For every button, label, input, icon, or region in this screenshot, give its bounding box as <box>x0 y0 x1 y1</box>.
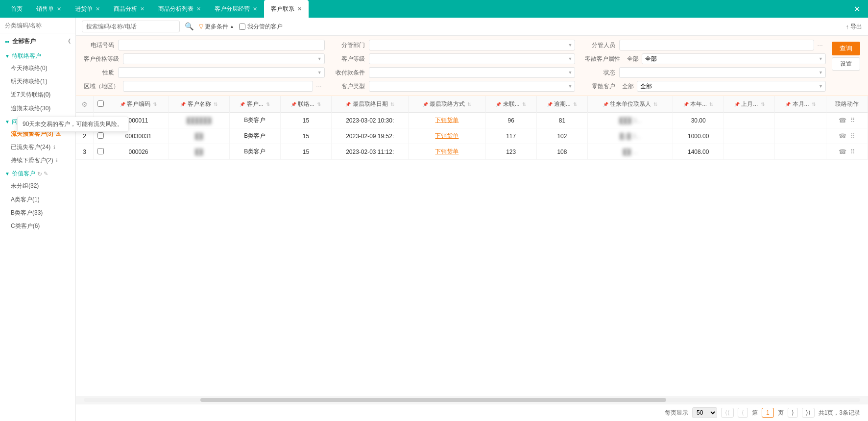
action-contact-icon-2[interactable]: ☎ <box>839 148 846 155</box>
tab-sales[interactable]: 销售单 ✕ <box>29 0 68 18</box>
customer-grade-select[interactable] <box>369 53 576 64</box>
tab-customer-contact-close[interactable]: ✕ <box>297 6 302 12</box>
horizontal-scrollbar-track[interactable] <box>84 398 860 402</box>
row-check-2[interactable] <box>97 148 104 154</box>
sidebar-item-tomorrow[interactable]: 明天待联络(1) <box>0 75 75 88</box>
tab-purchase-close[interactable]: ✕ <box>96 6 100 12</box>
edit-icon[interactable]: ✎ <box>44 171 48 177</box>
dept-select[interactable] <box>369 40 576 50</box>
sort-icon-name[interactable]: ⇅ <box>214 101 217 107</box>
sidebar-item-today[interactable]: 今天待联络(0) <box>0 62 75 75</box>
sidebar-item-c-class[interactable]: C类客户(6) <box>0 220 75 233</box>
sidebar-item-declining[interactable]: 持续下滑客户(2) ℹ <box>0 154 75 167</box>
column-customer-type: 📌 客户... ⇅ <box>229 96 280 113</box>
column-last-contact-method: 📌 最后联络方式 ⇅ <box>409 96 485 113</box>
method-link-1[interactable]: 下销货单 <box>435 132 458 139</box>
export-button[interactable]: ↑ 导出 <box>846 23 863 31</box>
price-grade-select[interactable] <box>123 53 325 64</box>
sort-icon-contact[interactable]: ⇅ <box>317 101 321 107</box>
payment-select[interactable] <box>369 67 576 78</box>
select-all-checkbox[interactable] <box>97 100 104 107</box>
action-more-icon-2[interactable]: ⠿ <box>850 148 855 155</box>
filter-row-3: 性质 收付款条件 状态 <box>84 67 826 78</box>
sort-icon-date[interactable]: ⇅ <box>390 101 394 107</box>
tab-analysis-list[interactable]: 商品分析列表 ✕ <box>151 0 208 18</box>
nature-select-wrap <box>118 67 325 78</box>
sort-icon-code[interactable]: ⇅ <box>153 101 157 107</box>
tab-customer-layer-close[interactable]: ✕ <box>253 6 257 12</box>
tab-purchase[interactable]: 进货单 ✕ <box>68 0 107 18</box>
action-more-icon-0[interactable]: ⠿ <box>850 117 855 124</box>
sort-icon-year[interactable]: ⇅ <box>709 101 713 107</box>
my-customers-checkbox[interactable] <box>239 24 245 30</box>
sort-icon-method[interactable]: ⇅ <box>467 101 471 107</box>
pin-icon-name: 📌 <box>180 102 186 107</box>
filter-settings-button[interactable]: 设置 <box>832 57 860 71</box>
sort-icon-unit[interactable]: ⇅ <box>653 101 657 107</box>
retail-customer-select[interactable]: 全部 <box>637 81 826 92</box>
sidebar-item-churned[interactable]: 已流失客户(24) ℹ <box>0 141 75 154</box>
retail-customer-value: 全部 <box>619 82 637 91</box>
last-page-button[interactable]: ⟩⟩ <box>802 408 815 418</box>
action-contact-icon-1[interactable]: ☎ <box>839 132 846 140</box>
more-conditions-button[interactable]: ▽ 更多条件 ▲ <box>199 23 234 31</box>
sidebar-group-waiting[interactable]: ▼ 待联络客户 <box>0 50 75 62</box>
row-method-0[interactable]: 下销货单 <box>409 113 485 128</box>
horizontal-scrollbar-thumb[interactable] <box>200 398 666 402</box>
refresh-icon[interactable]: ↻ <box>37 171 42 177</box>
row-method-1[interactable]: 下销货单 <box>409 128 485 144</box>
tab-analysis-close[interactable]: ✕ <box>140 6 145 12</box>
sort-icon-type[interactable]: ⇅ <box>266 101 270 107</box>
pin-icon-lastmonth: 📌 <box>734 102 740 107</box>
row-actions-0: ☎ ⠿ <box>826 113 868 128</box>
status-select[interactable] <box>619 67 826 78</box>
column-settings[interactable]: ⚙ <box>76 96 94 113</box>
tab-home[interactable]: 首页 <box>4 0 29 18</box>
phone-input[interactable] <box>118 40 325 50</box>
row-check-1[interactable] <box>97 132 104 139</box>
row-checkbox-2[interactable] <box>94 144 108 160</box>
sidebar-item-overdue-contact[interactable]: 逾期未联络(30) <box>0 102 75 115</box>
sidebar-item-week[interactable]: 近7天待联络(0) <box>0 88 75 101</box>
sort-icon-uncontacted[interactable]: ⇅ <box>522 101 526 107</box>
nature-select[interactable] <box>118 67 325 78</box>
sidebar-group-value[interactable]: ▼ 价值客户 ↻ ✎ <box>0 167 75 179</box>
per-page-select[interactable]: 50 100 200 <box>692 407 717 418</box>
action-contact-icon-0[interactable]: ☎ <box>839 117 846 124</box>
sidebar-item-a-class[interactable]: A类客户(1) <box>0 193 75 206</box>
prev-page-button[interactable]: ⟨ <box>738 408 748 418</box>
sort-icon-overdue[interactable]: ⇅ <box>573 101 577 107</box>
customer-type-select[interactable] <box>369 81 576 92</box>
window-close-button[interactable]: ✕ <box>850 4 864 14</box>
query-button[interactable]: 查询 <box>832 42 860 55</box>
retail-attr-select[interactable]: 全部 <box>642 53 826 64</box>
column-current-month: 📌 本月... ⇅ <box>775 96 826 113</box>
tab-analysis-list-close[interactable]: ✕ <box>196 6 201 12</box>
sidebar-search-input[interactable] <box>5 22 76 29</box>
method-link-2[interactable]: 下销货单 <box>435 148 458 155</box>
sidebar-item-b-class[interactable]: B类客户(33) <box>0 206 75 220</box>
person-dots-button[interactable]: ··· <box>814 41 826 49</box>
region-dots-button[interactable]: ··· <box>313 82 325 90</box>
search-input[interactable] <box>82 21 180 32</box>
person-input[interactable] <box>619 40 814 50</box>
next-page-button[interactable]: ⟩ <box>788 408 798 418</box>
nature-label: 性质 <box>84 69 118 77</box>
row-overdue-2: 108 <box>536 144 587 160</box>
customer-table: ⚙ 📌 客户编码 ⇅ 📌 客户名称 ⇅ <box>76 96 868 160</box>
tab-analysis[interactable]: 商品分析 ✕ <box>107 0 151 18</box>
info-icon-2: ℹ <box>56 158 58 163</box>
first-page-button[interactable]: ⟨⟨ <box>721 408 734 418</box>
tab-customer-layer[interactable]: 客户分层经营 ✕ <box>208 0 264 18</box>
sort-icon-curmonth[interactable]: ⇅ <box>812 101 816 107</box>
tab-customer-contact[interactable]: 客户联系 ✕ <box>264 0 309 18</box>
sidebar-all-customers[interactable]: ▪▪ 全部客户 《 <box>0 33 75 50</box>
search-button[interactable]: 🔍 <box>185 22 194 31</box>
row-method-2[interactable]: 下销货单 <box>409 144 485 160</box>
action-more-icon-1[interactable]: ⠿ <box>850 132 855 140</box>
sort-icon-lastmonth[interactable]: ⇅ <box>761 101 765 107</box>
tab-sales-close[interactable]: ✕ <box>57 6 61 12</box>
method-link-0[interactable]: 下销货单 <box>435 117 458 124</box>
sidebar-item-ungroup[interactable]: 未分组(32) <box>0 179 75 193</box>
region-input[interactable] <box>123 81 313 92</box>
